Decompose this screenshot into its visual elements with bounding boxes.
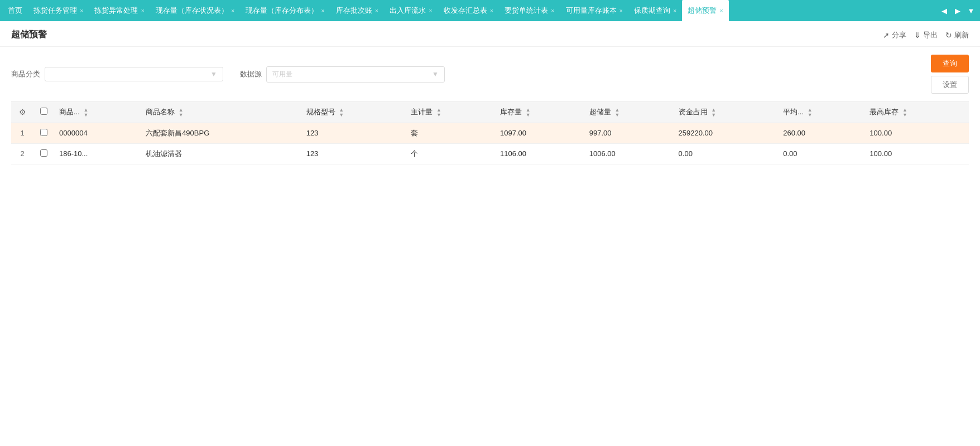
sort-icon: ▲▼ — [83, 108, 88, 118]
settings-col-header: ⚙ — [11, 102, 33, 123]
sort-icon: ▲▼ — [526, 108, 531, 118]
nav-item-batch[interactable]: 库存批次账 × — [330, 0, 384, 21]
row-number: 2 — [11, 143, 33, 164]
sort-icon: ▲▼ — [614, 108, 619, 118]
checkbox-col-header — [33, 102, 54, 123]
average-col-header[interactable]: 平均... ▲▼ — [777, 102, 864, 123]
row-product-name: 六配套新昌490BPG — [140, 123, 301, 143]
row-product-name: 机油滤清器 — [140, 143, 301, 164]
close-icon[interactable]: × — [490, 7, 493, 14]
filter-row: 商品分类 ▼ 数据源 可用量 ▼ 查询 设置 — [0, 47, 980, 101]
table-row: 1 0000004 六配套新昌490BPG 123 套 1097.00 997.… — [11, 123, 969, 143]
close-icon[interactable]: × — [619, 7, 623, 14]
nav-item-overstock[interactable]: 超储预警 × — [682, 0, 728, 21]
page-header: 超储预警 ➚ 分享 ⇓ 导出 ↻ 刷新 — [0, 21, 980, 47]
capital-usage-col-header[interactable]: 资金占用 ▲▼ — [673, 102, 778, 123]
nav-item-order-stat[interactable]: 要货单统计表 × — [499, 0, 560, 21]
close-icon[interactable]: × — [231, 7, 234, 14]
nav-item-abnormal[interactable]: 拣货异常处理 × — [89, 0, 150, 21]
export-icon: ⇓ — [914, 31, 921, 40]
data-source-value: 可用量 — [272, 70, 292, 79]
nav-item-inventory-dist[interactable]: 现存量（库存分布表） × — [240, 0, 330, 21]
refresh-button[interactable]: ↻ 刷新 — [945, 30, 969, 40]
row-checkbox[interactable] — [40, 129, 47, 136]
row-main-unit: 个 — [405, 143, 494, 164]
product-category-select[interactable]: ▼ — [45, 67, 223, 81]
nav-item-quality-check[interactable]: 保质期查询 × — [628, 0, 682, 21]
sort-icon: ▲▼ — [902, 108, 907, 118]
header-actions: ➚ 分享 ⇓ 导出 ↻ 刷新 — [883, 30, 969, 40]
data-source-filter: 数据源 可用量 ▼ — [240, 66, 445, 83]
share-icon: ➚ — [883, 31, 890, 40]
sort-icon: ▲▼ — [711, 108, 716, 118]
nav-arrows: ◀ ▶ ▼ — [938, 0, 978, 21]
row-product-code: 186-10... — [54, 143, 140, 164]
export-button[interactable]: ⇓ 导出 — [914, 30, 938, 40]
row-product-code: 0000004 — [54, 123, 140, 143]
sort-icon: ▲▼ — [808, 108, 813, 118]
row-spec-model: 123 — [301, 123, 406, 143]
nav-item-avail-ledger[interactable]: 可用量库存账本 × — [560, 0, 628, 21]
filter-buttons: 查询 设置 — [931, 55, 969, 94]
sort-icon: ▲▼ — [339, 108, 344, 118]
sort-icon: ▲▼ — [436, 108, 441, 118]
close-icon[interactable]: × — [429, 7, 432, 14]
settings-button[interactable]: 设置 — [931, 76, 969, 94]
row-inventory: 1097.00 — [494, 123, 584, 143]
close-icon[interactable]: × — [551, 7, 554, 14]
nav-item-home[interactable]: 首页 — [2, 0, 28, 21]
data-source-label: 数据源 — [240, 69, 262, 79]
query-button[interactable]: 查询 — [931, 55, 969, 72]
nav-next-button[interactable]: ▶ — [951, 0, 964, 21]
product-category-label: 商品分类 — [11, 69, 40, 79]
close-icon[interactable]: × — [321, 7, 324, 14]
row-checkbox[interactable] — [40, 149, 47, 157]
page-content: 超储预警 ➚ 分享 ⇓ 导出 ↻ 刷新 商品分类 ▼ 数据源 — [0, 21, 980, 446]
nav-item-inventory-status[interactable]: 现存量（库存状况表） × — [150, 0, 240, 21]
page-title: 超储预警 — [11, 29, 47, 41]
inventory-col-header[interactable]: 库存量 ▲▼ — [494, 102, 584, 123]
row-over-storage: 1006.00 — [584, 143, 673, 164]
close-icon[interactable]: × — [141, 7, 144, 14]
row-max-inventory: 100.00 — [864, 143, 969, 164]
close-icon[interactable]: × — [673, 7, 676, 14]
row-average: 260.00 — [777, 123, 864, 143]
row-over-storage: 997.00 — [584, 123, 673, 143]
sort-icon: ▲▼ — [179, 108, 184, 118]
spec-model-col-header[interactable]: 规格型号 ▲▼ — [301, 102, 406, 123]
refresh-icon: ↻ — [945, 31, 952, 40]
row-capital-usage: 0.00 — [673, 143, 778, 164]
table-header-row: ⚙ 商品... ▲▼ 商品名称 ▲▼ 规格型号 ▲▼ — [11, 102, 969, 123]
table-container: ⚙ 商品... ▲▼ 商品名称 ▲▼ 规格型号 ▲▼ — [0, 101, 980, 164]
nav-item-summary[interactable]: 收发存汇总表 × — [438, 0, 499, 21]
max-inventory-col-header[interactable]: 最高库存 ▲▼ — [864, 102, 969, 123]
main-unit-col-header[interactable]: 主计量 ▲▼ — [405, 102, 494, 123]
row-max-inventory: 100.00 — [864, 123, 969, 143]
nav-item-inout-flow[interactable]: 出入库流水 × — [384, 0, 438, 21]
chevron-down-icon: ▼ — [210, 70, 217, 78]
select-all-checkbox[interactable] — [40, 108, 47, 115]
row-checkbox-cell — [33, 123, 54, 143]
table-row: 2 186-10... 机油滤清器 123 个 1106.00 1006.00 … — [11, 143, 969, 164]
gear-icon[interactable]: ⚙ — [19, 108, 26, 117]
nav-prev-button[interactable]: ◀ — [938, 0, 951, 21]
data-table: ⚙ 商品... ▲▼ 商品名称 ▲▼ 规格型号 ▲▼ — [11, 101, 969, 164]
nav-menu-button[interactable]: ▼ — [964, 0, 978, 21]
row-checkbox-cell — [33, 143, 54, 164]
row-capital-usage: 259220.00 — [673, 123, 778, 143]
close-icon[interactable]: × — [80, 7, 83, 14]
product-category-filter: 商品分类 ▼ — [11, 67, 223, 81]
over-storage-col-header[interactable]: 超储量 ▲▼ — [584, 102, 673, 123]
share-button[interactable]: ➚ 分享 — [883, 30, 906, 40]
close-icon[interactable]: × — [375, 7, 378, 14]
product-code-col-header[interactable]: 商品... ▲▼ — [54, 102, 140, 123]
data-source-select[interactable]: 可用量 ▼ — [266, 66, 445, 83]
row-average: 0.00 — [777, 143, 864, 164]
nav-item-task-mgmt[interactable]: 拣货任务管理 × — [28, 0, 89, 21]
chevron-down-icon: ▼ — [432, 70, 439, 78]
row-inventory: 1106.00 — [494, 143, 584, 164]
row-spec-model: 123 — [301, 143, 406, 164]
product-name-col-header[interactable]: 商品名称 ▲▼ — [140, 102, 301, 123]
close-icon[interactable]: × — [719, 7, 723, 14]
row-number: 1 — [11, 123, 33, 143]
